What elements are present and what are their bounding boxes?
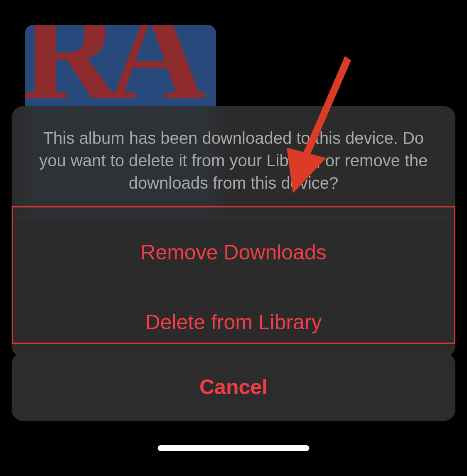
action-sheet: This album has been downloaded to this d…	[12, 106, 455, 357]
home-indicator[interactable]	[158, 445, 310, 451]
sheet-message: This album has been downloaded to this d…	[12, 106, 455, 217]
remove-downloads-button[interactable]: Remove Downloads	[12, 217, 455, 287]
cancel-button[interactable]: Cancel	[12, 353, 455, 421]
delete-from-library-button[interactable]: Delete from Library	[12, 287, 455, 357]
